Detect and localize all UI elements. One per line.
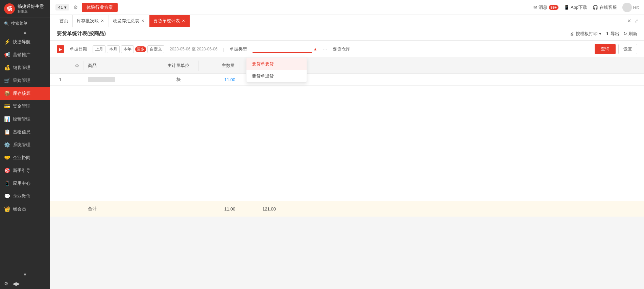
tab-close-inventory-batch[interactable]: ✕ [100, 19, 104, 23]
sidebar-label-guide: 新手引导 [13, 168, 30, 174]
date-filter-label: 单据日期 [70, 46, 87, 52]
page-content: 要货单统计表(按商品) 🖨 按模板打印 ▾ ⬆ 导出 ↻ 刷新 ▶ [50, 27, 644, 289]
filter-bar: ▶ 单据日期 上月 本月 本年 更多 自定义 2023-05-06 至 2023… [50, 41, 644, 58]
col-settings-icon[interactable]: ⚙ [75, 63, 79, 68]
sidebar-label-appstore: 应用中心 [13, 180, 30, 186]
sidebar-bottom: ⚙ ◀▶ [0, 278, 50, 289]
print-dropdown-icon: ▾ [599, 31, 601, 36]
topbar: 41 ▾ ⚙ 体验行业方案 ✉ 消息 99+ 📱 App下载 🎧 在线客服 R [50, 0, 644, 15]
sidebar-item-purchase[interactable]: 🛒 采购管理 [0, 74, 50, 87]
sidebar-item-inventory[interactable]: 📦 库存核算 [0, 87, 50, 100]
topbar-gear-icon[interactable]: ⚙ [72, 4, 79, 10]
dropdown-item-order-goods[interactable]: 要货单要货 [246, 58, 307, 70]
tab-home[interactable]: 首页 [55, 15, 73, 27]
close-all-tabs-icon[interactable]: ✕ [627, 18, 631, 24]
sidebar-item-system[interactable]: ⚙️ 系统管理 [0, 138, 50, 151]
page-title: 要货单统计表(按商品) [57, 30, 106, 37]
settings-bottom-icon[interactable]: ⚙ [4, 281, 8, 286]
sidebar-item-marketing[interactable]: 📢 营销推广 [0, 48, 50, 61]
search-label: 搜索菜单 [11, 21, 27, 26]
promo-button[interactable]: 体验行业方案 [82, 3, 118, 12]
topbar-left: 41 ▾ ⚙ 体验行业方案 [55, 3, 529, 12]
tab-nav: 首页库存批次账✕收发存汇总表✕要货单统计表✕ ✕ ⤢ [50, 15, 644, 27]
print-button[interactable]: 🖨 按模板打印 ▾ [570, 31, 601, 37]
app-download-button[interactable]: 📱 App下载 [564, 4, 587, 10]
product-blurred [88, 77, 115, 82]
tab-receivable-summary[interactable]: 收发存汇总表✕ [109, 15, 149, 27]
message-icon: ✉ [533, 5, 537, 10]
messages-badge: 99+ [549, 5, 558, 10]
sidebar-label-purchase: 采购管理 [13, 77, 30, 84]
footer-quantity: 11.00 [199, 204, 239, 214]
app-label: App下载 [571, 4, 587, 10]
tab-order-stats[interactable]: 要货单统计表✕ [149, 15, 190, 27]
quantity-link[interactable]: 11.00 [224, 77, 235, 82]
tab-label-receivable-summary: 收发存汇总表 [113, 18, 139, 24]
expand-tabs-icon[interactable]: ⤢ [634, 18, 639, 24]
messages-button[interactable]: ✉ 消息 99+ [533, 4, 558, 10]
settings-button[interactable]: 设置 [618, 44, 637, 54]
sidebar-scroll-down[interactable]: ▼ [0, 271, 50, 278]
type-dropdown: 要货单要货 要货单退货 [246, 58, 307, 83]
cell-quantity[interactable]: 11.00 [199, 74, 239, 85]
filter-expand-button[interactable]: ▶ [57, 45, 64, 53]
date-more-badge[interactable]: 更多 [135, 46, 146, 52]
export-icon: ⬆ [605, 31, 609, 36]
sidebar-item-appstore[interactable]: 📱 应用中心 [0, 177, 50, 190]
sidebar: 畅 畅捷通好生意 标准版 🔍 搜索菜单 ▲ ⚡ 快捷导航 📢 营销推广 💰 销售… [0, 0, 50, 289]
filter-separator: | [223, 47, 224, 52]
type-filter-chevron-up[interactable]: ▲ [313, 47, 317, 51]
refresh-button[interactable]: ↻ 刷新 [623, 31, 637, 37]
sidebar-item-wechat[interactable]: 💬 企业微信 [0, 190, 50, 203]
tab-close-receivable-summary[interactable]: ✕ [141, 19, 145, 23]
type-filter-label: 单据类型 [230, 46, 247, 52]
warehouse-filter-label: 要货仓库 [333, 46, 350, 52]
user-profile[interactable]: Rit [622, 3, 639, 12]
sidebar-item-member[interactable]: 👑 畅会员 [0, 203, 50, 216]
sidebar-label-system: 系统管理 [13, 142, 30, 148]
date-btn-current[interactable]: 本月 [107, 45, 120, 53]
cell-settings [70, 77, 84, 82]
user-name: Rit [633, 5, 639, 10]
sidebar-item-basics[interactable]: 📋 基础信息 [0, 126, 50, 138]
type-filter-input[interactable] [253, 46, 312, 53]
sidebar-item-sales[interactable]: 💰 销售管理 [0, 61, 50, 74]
export-button[interactable]: ⬆ 导出 [605, 31, 619, 37]
sidebar-icon-wechat: 💬 [4, 193, 10, 199]
headset-icon: 🎧 [593, 5, 598, 10]
table-header: ⚙ 商品 主计量单位 主数量 零售金额 [50, 58, 644, 74]
dropdown-item-order-return[interactable]: 要货单退货 [246, 70, 307, 82]
search-menu[interactable]: 🔍 搜索菜单 [0, 18, 50, 29]
sidebar-item-quick-nav[interactable]: ⚡ 快捷导航 [0, 36, 50, 48]
footer-label: 合计 [84, 204, 158, 214]
sidebar-item-guide[interactable]: 🎯 新手引导 [0, 164, 50, 177]
sidebar-item-enterprise[interactable]: 🤝 企业协同 [0, 151, 50, 164]
online-service-button[interactable]: 🎧 在线客服 [593, 4, 617, 10]
menu-toggle-icon[interactable]: ◀▶ [13, 281, 20, 286]
tabs-count-selector[interactable]: 41 ▾ [55, 4, 69, 10]
date-btn-custom[interactable]: 自定义 [147, 45, 164, 53]
tabs-count: 41 [58, 5, 63, 10]
export-label: 导出 [611, 31, 619, 37]
date-filter-buttons: 上月 本月 本年 更多 自定义 [93, 45, 164, 53]
tab-label-home: 首页 [59, 18, 68, 24]
sidebar-item-finance[interactable]: 💳 资金管理 [0, 100, 50, 113]
sidebar-label-member: 畅会员 [13, 206, 26, 212]
col-header-settings[interactable]: ⚙ [70, 61, 84, 70]
date-btn-up[interactable]: 上月 [93, 45, 105, 53]
sidebar-icon-member: 👑 [4, 206, 10, 212]
tab-close-order-stats[interactable]: ✕ [181, 19, 186, 23]
tab-label-inventory-batch: 库存批次账 [77, 18, 99, 24]
filter-more-button[interactable]: ··· [323, 46, 327, 52]
footer-amount: 121.00 [239, 204, 280, 214]
query-button[interactable]: 查询 [595, 44, 616, 54]
sidebar-item-operations[interactable]: 📊 经营管理 [0, 113, 50, 126]
sidebar-label-sales: 销售管理 [13, 65, 30, 71]
tab-inventory-batch[interactable]: 库存批次账✕ [73, 15, 109, 27]
cell-product [84, 74, 158, 85]
col-header-product: 商品 [84, 61, 158, 71]
type-filter-wrapper: ▲ [253, 46, 317, 53]
sidebar-icon-operations: 📊 [4, 116, 10, 122]
sidebar-scroll-up[interactable]: ▲ [0, 29, 50, 36]
date-btn-year[interactable]: 本年 [121, 45, 134, 53]
